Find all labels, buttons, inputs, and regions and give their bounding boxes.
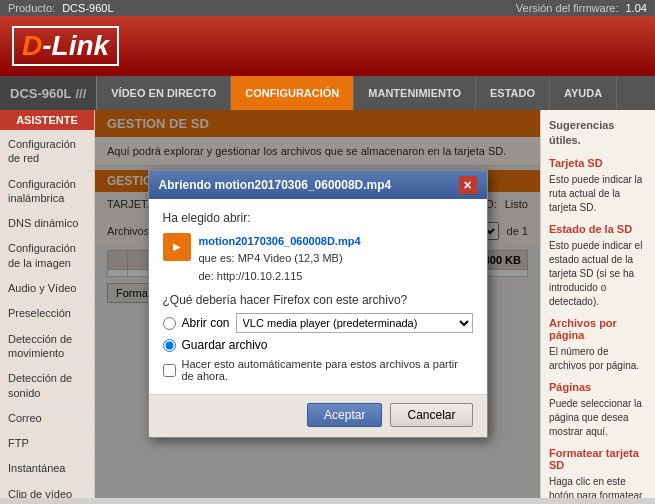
file-open-dialog: Abriendo motion20170306_060008D.mp4 × Ha… [148,170,488,439]
top-bar: Producto: DCS-960L Versión del firmware:… [0,0,655,16]
sidebar-item-audio-video[interactable]: Audio y Vídeo [0,276,94,301]
sidebar-item-config-imagen[interactable]: Configuración de la imagen [0,236,94,276]
sidebar-item-correo[interactable]: Correo [0,406,94,431]
modal-body: Ha elegido abrir: ▶ motion20170306_06000… [149,199,487,395]
nav-dcs[interactable]: DCS-960L /// [0,76,97,110]
sidebar-item-deteccion-movimiento[interactable]: Detección de movimiento [0,327,94,367]
open-with-label: Abrir con [182,316,230,330]
navigation: DCS-960L /// VÍDEO EN DIRECTO CONFIGURAC… [0,76,655,110]
right-panel-title: Sugerencias útiles. [549,118,647,149]
nav-ayuda[interactable]: AYUDA [550,76,617,110]
open-with-select[interactable]: VLC media player (predeterminada) [236,313,473,333]
save-option: Guardar archivo [163,338,473,352]
modal-question: ¿Qué debería hacer Firefox con este arch… [163,293,473,307]
open-with-option: Abrir con VLC media player (predetermina… [163,313,473,333]
sidebar-item-instantanea[interactable]: Instantánea [0,456,94,481]
modal-file-info: ▶ motion20170306_060008D.mp4 que es: MP4… [163,233,473,286]
nav-video[interactable]: VÍDEO EN DIRECTO [97,76,231,110]
right-panel-sd-text: Esto puede indicar la ruta actual de la … [549,173,647,215]
modal-file-type: que es: MP4 Video (12,3 MB) [199,250,361,268]
right-panel-archivos-text: El número de archivos por página. [549,345,647,373]
right-panel-paginas-title: Páginas [549,381,647,393]
right-panel-archivos-title: Archivos por página [549,317,647,341]
logo: D-Link [12,26,119,66]
open-with-radio[interactable] [163,317,176,330]
modal-filename: motion20170306_060008D.mp4 [199,233,361,251]
modal-title: Abriendo motion20170306_060008D.mp4 [159,178,392,192]
sidebar-item-config-inalambrica[interactable]: Configuración inalámbrica [0,172,94,212]
right-panel-sd-estado-title: Estado de la SD [549,223,647,235]
auto-option: Hacer esto automáticamente para estos ar… [163,358,473,382]
sidebar-item-clip-video[interactable]: Clip de vídeo [0,482,94,498]
cancel-button[interactable]: Cancelar [390,403,472,427]
nav-config[interactable]: CONFIGURACIÓN [231,76,354,110]
right-panel-formatear-text: Haga clic en este botón para formatear a… [549,475,647,498]
file-type-icon: ▶ [163,233,191,261]
right-panel-paginas-text: Puede seleccionar la página que desea mo… [549,397,647,439]
sidebar-section-asistente: ASISTENTE [0,110,94,130]
modal-close-button[interactable]: × [459,176,477,194]
product-info: Producto: DCS-960L [8,2,114,14]
nav-estado[interactable]: ESTADO [476,76,550,110]
save-label: Guardar archivo [182,338,268,352]
file-details: motion20170306_060008D.mp4 que es: MP4 V… [199,233,361,286]
accept-button[interactable]: Aceptar [307,403,382,427]
content-area: GESTION DE SD Aquí podrá explorar y gest… [95,110,540,498]
nav-mantenimiento[interactable]: MANTENIMIENTO [354,76,476,110]
sidebar-item-deteccion-sonido[interactable]: Detección de sonido [0,366,94,406]
sidebar-item-config-red[interactable]: Configuración de red [0,132,94,172]
modal-file-source: de: http://10.10.2.115 [199,268,361,286]
save-radio[interactable] [163,339,176,352]
auto-label: Hacer esto automáticamente para estos ar… [182,358,473,382]
right-panel-formatear-title: Formatear tarjeta SD [549,447,647,471]
modal-opening-label: Ha elegido abrir: [163,211,473,225]
modal-overlay: Abriendo motion20170306_060008D.mp4 × Ha… [95,110,540,498]
sidebar-item-ftp[interactable]: FTP [0,431,94,456]
auto-checkbox[interactable] [163,364,176,377]
sidebar: ASISTENTE Configuración de red Configura… [0,110,95,498]
sidebar-item-preseleccion[interactable]: Preselección [0,301,94,326]
main-layout: ASISTENTE Configuración de red Configura… [0,110,655,498]
right-panel: Sugerencias útiles. Tarjeta SD Esto pued… [540,110,655,498]
modal-title-bar: Abriendo motion20170306_060008D.mp4 × [149,171,487,199]
right-panel-sd-title: Tarjeta SD [549,157,647,169]
sidebar-item-dns-dinamico[interactable]: DNS dinámico [0,211,94,236]
right-panel-sd-estado-text: Esto puede indicar el estado actual de l… [549,239,647,309]
firmware-info: Versión del firmware: 1.04 [516,2,647,14]
modal-footer: Aceptar Cancelar [149,394,487,437]
header: D-Link [0,16,655,76]
